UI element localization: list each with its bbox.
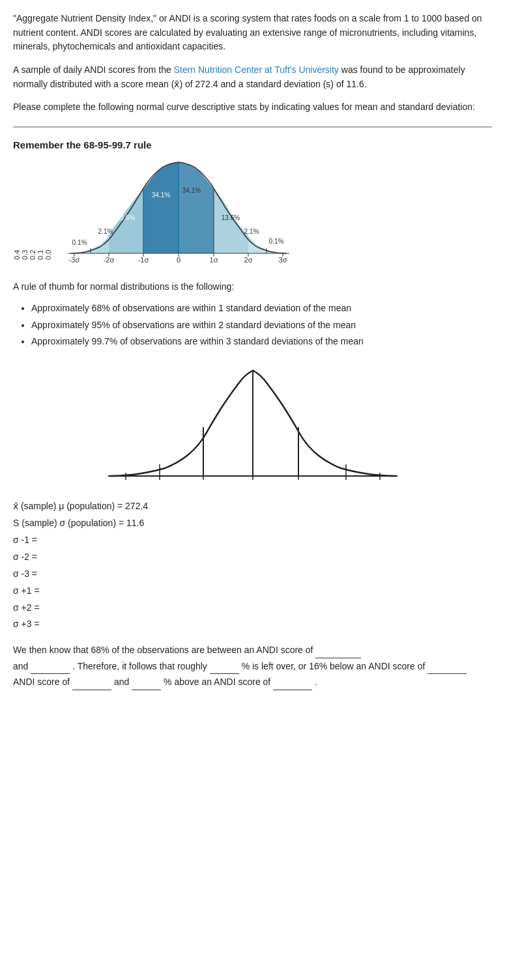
large-bell-container — [13, 359, 492, 489]
stats-line1: x̄ (sample) μ (population) = 272.4 — [13, 498, 492, 515]
blank-andi-score2[interactable] — [31, 664, 70, 674]
svg-text:-2σ: -2σ — [104, 256, 115, 264]
stats-line6: σ +1 = — [13, 583, 492, 600]
section-divider — [13, 126, 492, 128]
conclusion-text6: % above an ANDI score of — [164, 677, 270, 687]
rule-of-thumb-intro: A rule of thumb for normal distributions… — [13, 280, 492, 294]
svg-text:2.1%: 2.1% — [244, 228, 259, 235]
conclusion-period: . — [315, 677, 317, 687]
intro-para1: "Aggregate Nutrient Density Index," or A… — [13, 12, 492, 54]
bullet-68: Approximately 68% of observations are wi… — [31, 301, 492, 316]
svg-text:2σ: 2σ — [244, 256, 253, 264]
intro-text2a: A sample of daily ANDI scores from the — [13, 64, 174, 75]
svg-text:1σ: 1σ — [210, 256, 218, 264]
stern-nutrition-link[interactable]: Stern Nutrition Center at Tuft's Univers… — [174, 64, 339, 75]
svg-text:13.6%: 13.6% — [222, 214, 240, 221]
svg-text:-3σ: -3σ — [69, 256, 80, 264]
blank-andi-score1[interactable] — [315, 648, 361, 658]
stats-line4: σ -2 = — [13, 549, 492, 566]
svg-text:0.1%: 0.1% — [72, 239, 87, 246]
chart-inner: 0.1% 2.1% 13.6% 34.1% 34.1% 13.6% 2.1% 0… — [55, 157, 492, 271]
blank-andi-score5[interactable] — [273, 680, 312, 690]
intro-text3: Please complete the following normal cur… — [13, 102, 475, 112]
svg-text:34.1%: 34.1% — [152, 191, 170, 199]
blank-percent1[interactable] — [210, 664, 239, 674]
stats-line8: σ +3 = — [13, 616, 492, 633]
rule-section: Remember the 68-95-99.7 rule 0.4 0.3 0.2… — [13, 139, 492, 271]
rule-bullet-list: Approximately 68% of observations are wi… — [31, 301, 492, 350]
bell-chart-container: 0.4 0.3 0.2 0.1 0.0 — [13, 157, 492, 271]
intro-para3: Please complete the following normal cur… — [13, 100, 492, 115]
blank-andi-score3[interactable] — [427, 664, 467, 674]
svg-text:13.6%: 13.6% — [117, 214, 135, 221]
svg-text:2.1%: 2.1% — [98, 228, 113, 235]
intro-para2: A sample of daily ANDI scores from the S… — [13, 63, 492, 91]
stats-line5: σ -3 = — [13, 566, 492, 583]
svg-text:34.1%: 34.1% — [182, 187, 201, 194]
svg-text:3σ: 3σ — [279, 256, 287, 264]
andi-score-label: ANDI score of — [13, 677, 70, 687]
conclusion-text4: % is left over, or 16% below an ANDI sco… — [242, 661, 426, 671]
intro-text1: "Aggregate Nutrient Density Index," or A… — [13, 13, 482, 51]
bullet-95: Approximately 95% of observations are wi… — [31, 318, 492, 333]
conclusion-section: We then know that 68% of the observation… — [13, 642, 492, 690]
conclusion-text2: and — [13, 661, 28, 671]
svg-text:0.1%: 0.1% — [269, 238, 284, 245]
conclusion-text3: . Therefore, it follows that roughly — [72, 661, 207, 671]
conclusion-text5: and — [114, 677, 129, 687]
blank-andi-score4[interactable] — [72, 680, 111, 690]
svg-text:-1σ: -1σ — [138, 256, 149, 264]
stats-line3: σ -1 = — [13, 532, 492, 549]
y-axis-labels: 0.4 0.3 0.2 0.1 0.0 — [13, 157, 52, 261]
svg-text:0: 0 — [177, 256, 180, 264]
bullet-997: Approximately 99.7% of observations are … — [31, 334, 492, 350]
stats-line7: σ +2 = — [13, 600, 492, 617]
bell-curve-svg: 0.1% 2.1% 13.6% 34.1% 34.1% 13.6% 2.1% 0… — [55, 157, 302, 271]
rule-section-title: Remember the 68-95-99.7 rule — [13, 139, 492, 150]
large-bell-svg — [90, 359, 416, 489]
conclusion-text1: We then know that 68% of the observation… — [13, 645, 313, 655]
stats-line2: S (sample) σ (population) = 11.6 — [13, 515, 492, 532]
blank-percent2[interactable] — [132, 680, 161, 690]
stats-block: x̄ (sample) μ (population) = 272.4 S (sa… — [13, 498, 492, 633]
